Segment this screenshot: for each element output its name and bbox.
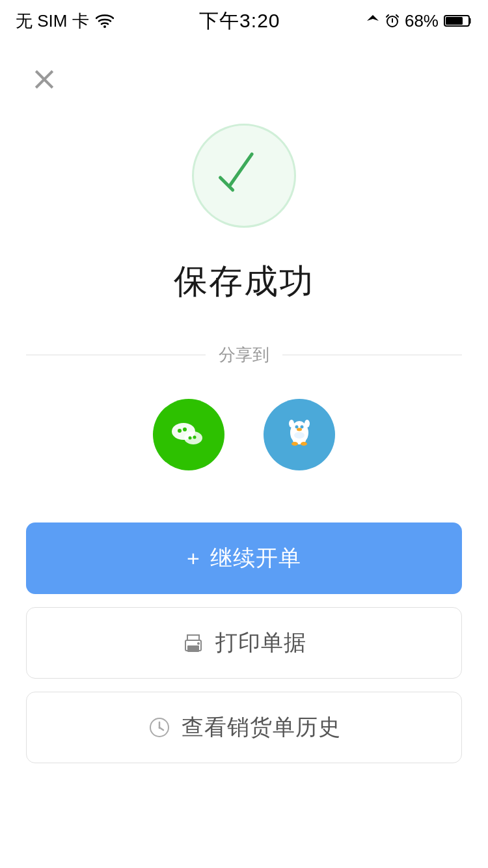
no-sim-label: 无 SIM 卡	[16, 10, 89, 33]
print-button[interactable]: 打印单据	[26, 607, 462, 679]
svg-point-9	[183, 427, 187, 431]
svg-point-8	[178, 429, 182, 433]
svg-point-11	[189, 437, 192, 440]
svg-rect-6	[446, 17, 463, 25]
location-icon	[366, 14, 380, 28]
svg-point-18	[289, 420, 294, 427]
history-button[interactable]: 查看销货单历史	[26, 692, 462, 763]
status-right: 68%	[366, 11, 472, 31]
svg-point-26	[197, 642, 200, 645]
svg-point-19	[305, 420, 310, 427]
svg-line-3	[386, 15, 388, 17]
status-time: 下午3:20	[199, 8, 280, 34]
qq-icon	[278, 413, 321, 456]
share-row	[153, 399, 335, 470]
history-label: 查看销货单历史	[182, 712, 341, 742]
continue-label: 继续开单	[210, 543, 301, 573]
alarm-icon	[385, 14, 400, 28]
checkmark-icon	[218, 156, 270, 195]
svg-point-16	[301, 426, 304, 429]
wechat-share-button[interactable]	[153, 399, 224, 470]
printer-icon	[182, 631, 205, 655]
wechat-icon	[167, 413, 210, 456]
battery-icon	[444, 14, 472, 28]
actions-container: + 继续开单 打印单据 查看销货单历史	[26, 522, 462, 763]
svg-line-4	[396, 15, 398, 17]
divider-left	[26, 355, 206, 355]
svg-rect-25	[187, 645, 199, 652]
share-label: 分享到	[219, 344, 269, 366]
svg-point-17	[297, 428, 302, 431]
svg-line-29	[159, 727, 163, 730]
battery-label: 68%	[405, 11, 439, 31]
continue-button[interactable]: + 继续开单	[26, 522, 462, 594]
close-button[interactable]	[26, 61, 62, 98]
status-bar: 无 SIM 卡 下午3:20 68%	[0, 0, 488, 42]
svg-point-12	[193, 436, 197, 439]
svg-point-21	[291, 442, 298, 446]
success-title: 保存成功	[174, 259, 314, 305]
share-divider: 分享到	[26, 344, 462, 366]
svg-point-0	[103, 25, 106, 28]
main-content: 保存成功 分享到	[0, 42, 488, 789]
close-icon	[33, 68, 56, 91]
divider-right	[282, 355, 462, 355]
qq-share-button[interactable]	[264, 399, 335, 470]
plus-icon: +	[187, 547, 200, 569]
svg-point-23	[294, 432, 305, 439]
svg-point-15	[295, 426, 299, 429]
success-circle	[192, 124, 296, 228]
svg-point-22	[301, 442, 307, 446]
history-icon	[148, 716, 171, 739]
wifi-icon	[96, 14, 114, 28]
status-left: 无 SIM 卡	[16, 10, 114, 33]
print-label: 打印单据	[215, 628, 306, 658]
